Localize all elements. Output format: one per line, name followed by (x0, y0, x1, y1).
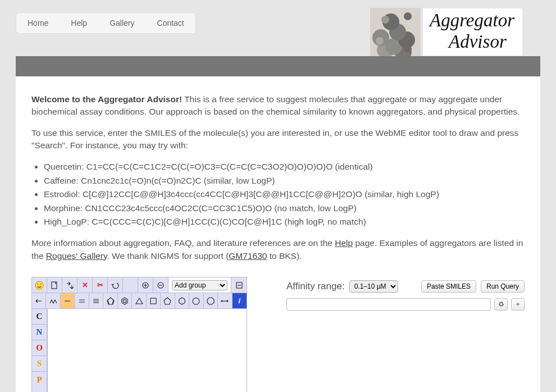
svg-point-0 (35, 281, 43, 289)
smiles-input[interactable] (286, 298, 491, 311)
grant-link[interactable]: GM71630 (229, 251, 267, 261)
logo-text: Aggregator Advisor (423, 8, 522, 56)
header-bar (16, 56, 540, 76)
logo-line1: Aggregator (430, 10, 514, 31)
nav-contact[interactable]: Contact (146, 13, 195, 33)
list-item: Estrodiol: C[C@]12CC[C@@H]3c4ccc(cc4CC[C… (44, 188, 525, 200)
add-group-select[interactable]: Add group (172, 280, 227, 290)
pentagon-ring-tool[interactable] (161, 293, 175, 308)
bond-arrow-tool[interactable] (218, 293, 232, 308)
logo-aggregate-image (370, 8, 421, 56)
rogues-gallery-link[interactable]: Rogues' Gallery (46, 251, 107, 261)
list-item: Morphine: CN1CCC23c4c5ccc(c4OC2C(C=CC3C1… (44, 202, 525, 215)
structure-editor: ✕ ✂ Add group (31, 277, 247, 392)
help-link[interactable]: Help (335, 238, 353, 248)
run-query-button[interactable]: Run Query (481, 280, 525, 293)
add-group-select-wrap: Add group (168, 277, 231, 293)
smile-icon[interactable] (32, 277, 47, 293)
blank-tool[interactable] (123, 277, 138, 293)
delete-icon[interactable]: ✕ (78, 277, 93, 293)
svg-marker-14 (193, 298, 199, 304)
list-item: Quercetin: C1=CC(=C(C=C1C2=C(C(=O)C3=C(C… (44, 161, 525, 173)
list-item: High_LogP: C=C(CCC=C(C)C)[C@H]1CC(C)(C)C… (44, 216, 525, 228)
undo-icon[interactable] (108, 277, 123, 293)
example-list: Quercetin: C1=CC(=C(C=C1C2=C(C(=O)C3=C(C… (34, 161, 525, 228)
zoom-in-icon[interactable] (138, 277, 153, 293)
octagon-ring-tool[interactable] (204, 293, 218, 308)
svg-point-1 (38, 284, 39, 285)
svg-rect-11 (151, 298, 156, 304)
info-icon[interactable]: i (233, 293, 247, 308)
hexagon-ring-tool[interactable] (175, 293, 189, 308)
svg-marker-13 (179, 298, 185, 304)
logo-line2: Advisor (430, 31, 514, 53)
nav-gallery[interactable]: Gallery (98, 13, 145, 33)
more-info-text: . We thank NIGMS for support ( (107, 251, 229, 261)
svg-point-17 (227, 300, 229, 302)
welcome-heading: Welcome to the Aggregator Advisor! (31, 94, 182, 104)
atom-n[interactable]: N (32, 325, 47, 340)
paste-smiles-button[interactable]: Paste SMILES (421, 280, 476, 293)
svg-point-2 (40, 284, 42, 285)
new-icon[interactable] (47, 277, 62, 293)
benzene-tool[interactable] (118, 293, 132, 308)
atom-palette: C N O S P (32, 309, 47, 392)
dropdown-tool[interactable] (231, 277, 247, 293)
nav-home[interactable]: Home (16, 13, 60, 33)
nav-help[interactable]: Help (60, 13, 98, 33)
howto-text: To use this service, enter the SMILES of… (31, 127, 525, 152)
affinity-label: Affinity range: (286, 281, 345, 292)
cut-icon[interactable]: ✂ (93, 277, 108, 293)
more-info-text: to BKS). (267, 251, 302, 261)
logo: Aggregator Advisor (370, 8, 522, 56)
svg-point-9 (123, 299, 126, 302)
triangle-ring-tool[interactable] (132, 293, 146, 308)
query-panel: Affinity range: 0.1–10 µM Paste SMILES R… (286, 277, 525, 311)
double-bond-tool[interactable] (75, 293, 89, 308)
svg-marker-12 (164, 298, 171, 304)
chain-tool[interactable] (46, 293, 60, 308)
triple-bond-tool[interactable] (89, 293, 103, 308)
atom-o[interactable]: O (32, 340, 47, 356)
square-ring-tool[interactable] (147, 293, 161, 308)
cyclopentadiene-tool[interactable] (103, 293, 117, 308)
arrow-tool[interactable] (32, 293, 46, 308)
zoom-out-icon[interactable] (153, 277, 168, 293)
drawing-canvas[interactable] (47, 309, 247, 392)
atom-s[interactable]: S (32, 356, 47, 372)
affinity-select[interactable]: 0.1–10 µM (349, 280, 398, 293)
atom-c[interactable]: C (32, 309, 47, 325)
reset-button[interactable]: ♻ (494, 298, 508, 311)
more-info-text: More information about aggregation, FAQ,… (31, 238, 335, 248)
heptagon-ring-tool[interactable] (189, 293, 203, 308)
editor-toolbar-2: i (32, 293, 247, 309)
list-item: Caffeine: Cn1cnc2c1c(=O)n(c(=O)n2C)C (si… (44, 175, 525, 187)
intro-text: Welcome to the Aggregator Advisor! This … (31, 93, 525, 263)
single-bond-tool[interactable] (61, 293, 75, 308)
svg-marker-8 (122, 298, 127, 304)
svg-marker-15 (207, 298, 214, 304)
move-icon[interactable] (62, 277, 78, 293)
main-nav: Home Help Gallery Contact (16, 12, 196, 34)
svg-marker-10 (136, 298, 143, 304)
atom-p[interactable]: P (32, 372, 47, 388)
editor-toolbar-1: ✕ ✂ Add group (32, 277, 247, 293)
add-button[interactable]: + (511, 298, 525, 311)
